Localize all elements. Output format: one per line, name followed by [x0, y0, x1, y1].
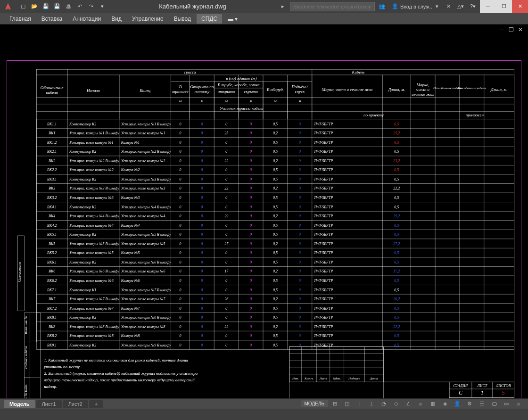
- menu-СПДС[interactable]: СПДС: [197, 14, 222, 24]
- svg-text:0: 0: [179, 214, 181, 218]
- svg-text:0: 0: [225, 196, 227, 200]
- cloud-icon[interactable]: △▾: [455, 1, 466, 12]
- menu-Вид[interactable]: Вид: [107, 14, 126, 24]
- search-play-icon[interactable]: ▸: [278, 1, 288, 12]
- svg-text:0,5: 0,5: [394, 223, 399, 228]
- svg-text:0,5: 0,5: [394, 288, 399, 292]
- customize-icon[interactable]: ≡: [513, 399, 524, 409]
- svg-text:0: 0: [201, 223, 203, 228]
- svg-text:ВК7.1: ВК7.1: [47, 288, 57, 292]
- svg-text:Уст.ориг. возле камеры №6: Уст.ориг. возле камеры №6: [69, 279, 114, 283]
- exchange-icon[interactable]: ✕: [443, 1, 454, 12]
- svg-text:0: 0: [250, 177, 252, 181]
- tab-Модель[interactable]: Модель: [4, 400, 35, 408]
- minimize-icon[interactable]: ─: [480, 0, 496, 13]
- search-icon[interactable]: 👥: [377, 1, 387, 12]
- svg-text:0: 0: [299, 122, 301, 126]
- mdi-restore-icon[interactable]: ❐: [507, 26, 515, 33]
- svg-text:0,5: 0,5: [273, 122, 278, 126]
- svg-text:Камера №6: Камера №6: [121, 279, 140, 283]
- svg-text:0: 0: [201, 343, 203, 347]
- transparency-icon[interactable]: ▦: [427, 399, 438, 409]
- svg-text:0: 0: [179, 177, 181, 181]
- ribbon-min-icon[interactable]: ▬ ▾: [223, 14, 242, 24]
- svg-text:Уст.ориг. камеры №2 В шкафу: Уст.ориг. камеры №2 В шкафу: [69, 159, 119, 163]
- svg-text:0,5: 0,5: [394, 140, 399, 145]
- polar-icon[interactable]: ◔: [378, 399, 389, 409]
- svg-text:Уст.ориг. камеры №7 В шкафу: Уст.ориг. камеры №7 В шкафу: [121, 288, 171, 292]
- svg-text:Уст.ориг. камеры №5 В шкафу: Уст.ориг. камеры №5 В шкафу: [69, 242, 119, 246]
- svg-text:ВК1: ВК1: [49, 131, 55, 135]
- ortho-icon[interactable]: ⊥: [366, 399, 377, 409]
- svg-text:23: 23: [224, 159, 228, 163]
- gear-icon[interactable]: ⚙: [464, 399, 475, 409]
- svg-text:кабеля: кабеля: [46, 90, 58, 95]
- save-icon[interactable]: 💾: [41, 1, 51, 12]
- svg-text:27,2: 27,2: [393, 242, 400, 246]
- tab-Лист1[interactable]: Лист1: [36, 400, 62, 408]
- svg-text:0: 0: [250, 223, 252, 228]
- svg-text:Длина, м.: Длина, м.: [388, 87, 405, 92]
- login-button[interactable]: 👤Вход в служ...▾: [389, 1, 441, 12]
- lineweight-icon[interactable]: ≡: [415, 399, 426, 409]
- annoscale-icon[interactable]: 👤: [452, 399, 463, 409]
- saveas-icon[interactable]: 💾: [52, 1, 62, 12]
- svg-text:25,2: 25,2: [393, 131, 400, 135]
- osnap-icon[interactable]: ◇: [390, 399, 402, 409]
- svg-rect-423: [449, 397, 514, 398]
- workspace-icon[interactable]: ☰: [476, 399, 487, 409]
- menu-Вставка[interactable]: Вставка: [37, 14, 67, 24]
- close-icon[interactable]: ✕: [512, 0, 528, 13]
- new-icon[interactable]: ▢: [18, 1, 28, 12]
- svg-text:Уст.ориг. возле камеры №1: Уст.ориг. возле камеры №1: [69, 140, 114, 145]
- redo-icon[interactable]: ↷: [86, 1, 96, 12]
- otrack-icon[interactable]: ∠: [403, 399, 414, 409]
- mdi-close-icon[interactable]: ✕: [517, 26, 524, 33]
- search-input[interactable]: [290, 2, 375, 11]
- menu-Вывод[interactable]: Вывод: [169, 14, 196, 24]
- tab-Лист2[interactable]: Лист2: [63, 400, 88, 408]
- svg-text:Камера №1: Камера №1: [121, 140, 140, 145]
- svg-text:Изм.: Изм.: [292, 377, 299, 380]
- quick-access-toolbar: ▢ 📂 💾 💾 🖶 ↶ ↷ ▾: [16, 1, 109, 12]
- open-icon[interactable]: 📂: [29, 1, 40, 12]
- svg-text:0: 0: [250, 131, 252, 135]
- svg-text:0,5: 0,5: [394, 334, 399, 338]
- svg-text:Уст.ориг. возле камеры №2: Уст.ориг. возле камеры №2: [69, 168, 114, 172]
- snap-icon[interactable]: ◫: [341, 399, 353, 409]
- plot-icon[interactable]: 🖶: [63, 1, 74, 12]
- svg-text:0,5: 0,5: [394, 205, 399, 209]
- svg-text:0,5: 0,5: [394, 260, 399, 264]
- drawing-canvas[interactable]: ─ ❐ ✕ ТрассаКабельОбозначениекабеляНачал…: [0, 25, 528, 398]
- menu-Главная[interactable]: Главная: [5, 14, 36, 24]
- svg-text:0: 0: [179, 288, 181, 292]
- svg-text:ВК8.1: ВК8.1: [47, 315, 57, 320]
- maximize-icon[interactable]: ☐: [496, 0, 512, 13]
- svg-text:ВК3: ВК3: [49, 186, 55, 190]
- model-space-button[interactable]: МОДЕЛЬ: [301, 400, 328, 407]
- cycling-icon[interactable]: ◈: [439, 399, 451, 409]
- undo-icon[interactable]: ↶: [74, 1, 85, 12]
- mdi-minimize-icon[interactable]: ─: [498, 26, 505, 33]
- svg-text:В: В: [179, 84, 182, 89]
- svg-text:ВК7: ВК7: [49, 297, 56, 301]
- svg-text:0: 0: [299, 334, 301, 338]
- svg-text:0: 0: [299, 279, 301, 283]
- menu-Аннотации[interactable]: Аннотации: [68, 14, 106, 24]
- qat-dropdown-icon[interactable]: ▾: [97, 1, 107, 12]
- svg-text:TWT-5EFTP: TWT-5EFTP: [314, 334, 333, 338]
- svg-text:0: 0: [179, 196, 181, 200]
- svg-text:открыто: открыто: [218, 89, 235, 94]
- menu-Управление[interactable]: Управление: [127, 14, 168, 24]
- svg-text:0: 0: [179, 205, 181, 209]
- monitor-icon[interactable]: 🖵: [488, 399, 500, 409]
- grid-icon[interactable]: ⊞: [329, 399, 340, 409]
- svg-text:TWT-5EFTP: TWT-5EFTP: [314, 214, 333, 218]
- svg-text:0: 0: [179, 334, 181, 338]
- add-tab-button[interactable]: +: [89, 400, 103, 408]
- svg-text:0: 0: [179, 242, 181, 246]
- clean-icon[interactable]: ▭: [501, 399, 512, 409]
- app-logo[interactable]: [0, 0, 16, 13]
- svg-text:ВК2.2: ВК2.2: [47, 168, 57, 172]
- help-icon[interactable]: ?▾: [468, 1, 478, 12]
